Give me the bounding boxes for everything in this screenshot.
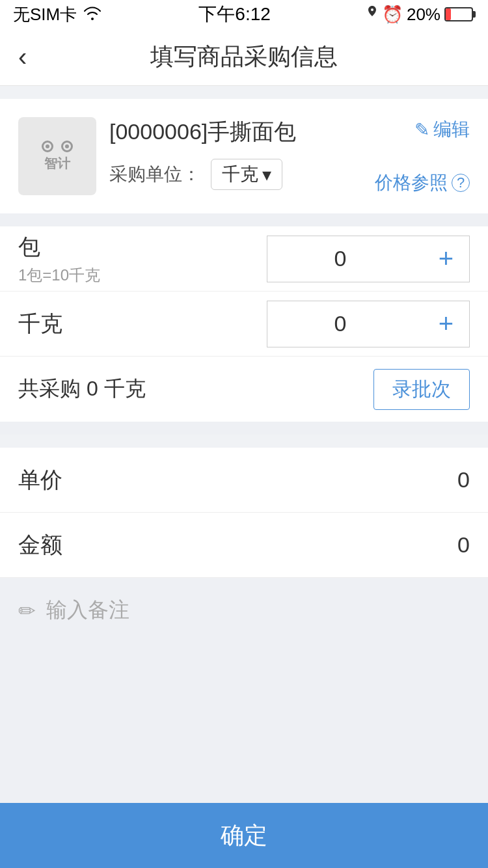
product-card: 智计 [0000006]手撕面包 采购单位： 千克 ▾ ✎ 编辑 价格参照 ? <box>0 99 488 213</box>
bag-label: 包 1包=10千克 <box>18 232 100 286</box>
bag-row: 包 1包=10千克 + <box>0 226 488 292</box>
chevron-down-icon: ▾ <box>262 164 271 185</box>
status-time: 下午6:12 <box>198 2 271 27</box>
edit-button[interactable]: ✎ 编辑 <box>414 117 470 142</box>
back-button[interactable]: ‹ <box>18 42 27 72</box>
product-image: 智计 <box>18 117 96 195</box>
kg-plus-button[interactable]: + <box>423 301 470 347</box>
edit-icon: ✎ <box>414 119 429 141</box>
help-icon: ? <box>452 174 470 192</box>
wifi-icon <box>82 5 103 25</box>
bag-quantity-input[interactable] <box>267 236 423 282</box>
kg-label: 千克 <box>18 309 96 339</box>
kg-input-group: + <box>267 301 470 347</box>
pencil-icon: ✏ <box>18 599 36 623</box>
section-divider-2 <box>0 422 488 435</box>
bag-input-group: + <box>267 236 470 282</box>
status-left: 无SIM卡 <box>13 3 103 26</box>
status-bar: 无SIM卡 下午6:12 ⏰ 20% <box>0 0 488 29</box>
status-right: ⏰ 20% <box>366 5 475 25</box>
nav-bar: ‹ 填写商品采购信息 <box>0 29 488 86</box>
price-reference-button[interactable]: 价格参照 ? <box>375 170 470 195</box>
unit-price-value: 0 <box>457 467 470 493</box>
amount-value: 0 <box>457 532 470 558</box>
amount-row: 金额 0 <box>0 513 488 578</box>
battery-percent: 20% <box>407 5 441 25</box>
unit-price-row: 单价 0 <box>0 448 488 513</box>
remark-placeholder: 输入备注 <box>46 596 129 625</box>
remark-section[interactable]: ✏ 输入备注 <box>0 578 488 708</box>
bag-plus-button[interactable]: + <box>423 236 470 282</box>
kg-quantity-input[interactable] <box>267 301 423 347</box>
total-label: 共采购 0 千克 <box>18 375 146 403</box>
page-title: 填写商品采购信息 <box>150 41 338 73</box>
bag-sub-label: 1包=10千克 <box>18 265 100 286</box>
input-section: 包 1包=10千克 + 千克 + 共采购 0 千克 录批次 <box>0 226 488 422</box>
logo-text: 智计 <box>44 155 70 172</box>
unit-label: 采购单位： <box>109 162 200 187</box>
amount-label: 金额 <box>18 530 62 560</box>
unit-selector[interactable]: 千克 ▾ <box>211 159 282 190</box>
total-row: 共采购 0 千克 录批次 <box>0 357 488 422</box>
product-logo: 智计 <box>31 137 83 176</box>
kg-row: 千克 + <box>0 292 488 357</box>
unit-price-label: 单价 <box>18 465 62 495</box>
section-divider-1 <box>0 213 488 226</box>
batch-button[interactable]: 录批次 <box>373 369 470 410</box>
alarm-icon: ⏰ <box>382 5 403 25</box>
info-section: 单价 0 金额 0 <box>0 448 488 578</box>
battery-icon <box>444 7 475 21</box>
carrier-label: 无SIM卡 <box>13 3 77 26</box>
confirm-button[interactable]: 确定 <box>0 803 488 868</box>
location-icon <box>366 5 378 25</box>
